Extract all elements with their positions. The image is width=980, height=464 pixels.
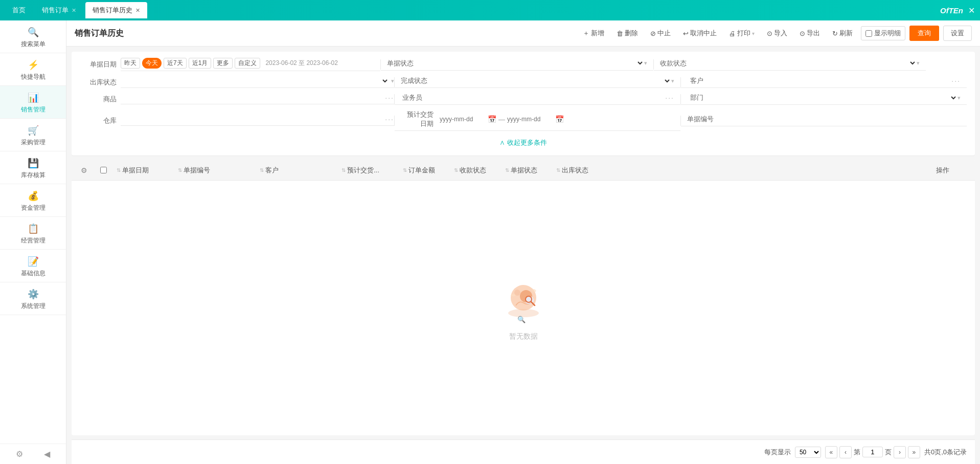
th-sort-icon-date[interactable]: ⇅ bbox=[117, 167, 121, 173]
salesperson-dots-icon[interactable]: ··· bbox=[665, 94, 674, 102]
page-prev-button[interactable]: ‹ bbox=[839, 446, 852, 458]
sidebar-item-quick-nav[interactable]: ⚡ 快捷导航 bbox=[0, 53, 66, 86]
tab-sales-order-close[interactable]: ✕ bbox=[72, 7, 76, 14]
tab-sales-order-history-label: 销售订单历史 bbox=[93, 6, 132, 15]
complete-status-select[interactable] bbox=[431, 77, 671, 85]
cancel-stop-icon: ↩ bbox=[683, 30, 689, 37]
print-chevron-icon: ▾ bbox=[752, 31, 755, 36]
page-next-button[interactable]: › bbox=[894, 446, 906, 458]
main-layout: 🔍 搜索菜单 ⚡ 快捷导航 📊 销售管理 🛒 采购管理 💾 库存核算 💰 资金管… bbox=[0, 20, 980, 464]
th-sort-icon-shipstatus[interactable]: ⇅ bbox=[556, 167, 560, 173]
stop-button[interactable]: ⊘ 中止 bbox=[646, 27, 675, 40]
date-range-text: 2023-06-02 至 2023-06-02 bbox=[265, 59, 337, 68]
page-first-button[interactable]: « bbox=[825, 446, 837, 458]
quick-nav-icon: ⚡ bbox=[28, 59, 39, 71]
page-last-button[interactable]: » bbox=[908, 446, 920, 458]
settings-button[interactable]: 设置 bbox=[943, 26, 972, 41]
date-btn-more[interactable]: 更多 bbox=[213, 58, 233, 69]
th-actions: 操作 bbox=[932, 166, 973, 175]
date-range-dash: — bbox=[498, 116, 505, 123]
page-total: 共0页,0条记录 bbox=[924, 448, 967, 457]
customer-dots-icon[interactable]: ··· bbox=[951, 77, 961, 85]
basic-info-icon: 📝 bbox=[28, 256, 39, 267]
cancel-stop-button[interactable]: ↩ 取消中止 bbox=[679, 27, 721, 40]
th-checkbox[interactable] bbox=[94, 167, 112, 173]
sidebar-item-search-menu[interactable]: 🔍 搜索菜单 bbox=[0, 20, 66, 53]
th-sort-icon-amount[interactable]: ⇅ bbox=[403, 167, 407, 173]
order-number-input[interactable] bbox=[718, 116, 961, 123]
import-button[interactable]: ⊙ 导入 bbox=[763, 27, 791, 40]
goods-dots-icon[interactable]: ··· bbox=[385, 94, 394, 102]
th-delivery-label: 预计交货... bbox=[347, 166, 379, 175]
sidebar-item-purchase-mgmt[interactable]: 🛒 采购管理 bbox=[0, 119, 66, 151]
sidebar-item-system-mgmt-label: 系统管理 bbox=[21, 302, 45, 311]
date-btn-last1month[interactable]: 近1月 bbox=[189, 58, 212, 69]
delivery-date-end-input[interactable] bbox=[507, 116, 553, 123]
sidebar-settings-icon[interactable]: ⚙ bbox=[16, 449, 23, 459]
refresh-icon: ↻ bbox=[832, 30, 838, 37]
date-btn-last7[interactable]: 近7天 bbox=[164, 58, 187, 69]
toolbar: ＋ 新增 🗑 删除 ⊘ 中止 ↩ 取消中止 🖨 打印 bbox=[579, 26, 972, 41]
print-label: 打印 bbox=[737, 29, 750, 38]
add-button[interactable]: ＋ 新增 bbox=[579, 27, 608, 40]
th-settings[interactable]: ⚙ bbox=[74, 166, 94, 174]
th-amount: ⇅ 订单金额 bbox=[399, 166, 450, 175]
tab-home[interactable]: 首页 bbox=[5, 2, 33, 18]
sidebar-item-operations-mgmt[interactable]: 📋 经营管理 bbox=[0, 217, 66, 250]
customer-filter-label: 客户 bbox=[687, 76, 708, 85]
delivery-date-start-calendar-icon[interactable]: 📅 bbox=[488, 115, 496, 123]
empty-state-text: 暂无数据 bbox=[509, 332, 538, 341]
order-status-select[interactable] bbox=[418, 59, 644, 68]
query-button[interactable]: 查询 bbox=[909, 26, 939, 41]
tab-home-label: 首页 bbox=[12, 6, 26, 15]
settings-gear-icon[interactable]: ⚙ bbox=[81, 166, 87, 174]
th-sort-icon-orderstatus[interactable]: ⇅ bbox=[505, 167, 509, 173]
delivery-date-end-calendar-icon[interactable]: 📅 bbox=[555, 115, 564, 123]
warehouse-filter-label: 仓库 bbox=[80, 116, 121, 125]
date-btn-custom[interactable]: 自定义 bbox=[235, 58, 260, 69]
sidebar-item-inventory-label: 库存核算 bbox=[21, 171, 45, 180]
th-sort-icon-delivery[interactable]: ⇅ bbox=[341, 167, 346, 173]
add-icon: ＋ bbox=[583, 29, 589, 38]
filter-row-4: 仓库 ··· 预计交货日期 📅 — 📅 单据编号 bbox=[80, 110, 967, 131]
refresh-button[interactable]: ↻ 刷新 bbox=[828, 27, 857, 40]
page-size-select[interactable]: 50 10 20 100 bbox=[795, 447, 821, 458]
th-sort-icon-ordernum[interactable]: ⇅ bbox=[178, 167, 182, 173]
display-toggle[interactable]: 显示明细 bbox=[861, 26, 905, 40]
th-receipt-status-label: 收款状态 bbox=[460, 166, 486, 175]
delivery-date-start-input[interactable] bbox=[440, 116, 486, 123]
receipt-status-select[interactable] bbox=[691, 59, 917, 68]
sidebar: 🔍 搜索菜单 ⚡ 快捷导航 📊 销售管理 🛒 采购管理 💾 库存核算 💰 资金管… bbox=[0, 20, 66, 464]
stop-icon: ⊘ bbox=[650, 30, 656, 37]
tab-sales-order-history-close[interactable]: ✕ bbox=[135, 7, 140, 14]
page-suffix: 页 bbox=[885, 448, 892, 457]
sidebar-item-sales-mgmt[interactable]: 📊 销售管理 bbox=[0, 86, 66, 119]
department-select[interactable] bbox=[708, 94, 958, 102]
sidebar-item-system-mgmt[interactable]: ⚙️ 系统管理 bbox=[0, 282, 66, 315]
sidebar-item-capital-mgmt[interactable]: 💰 资金管理 bbox=[0, 184, 66, 217]
tab-sales-order-history[interactable]: 销售订单历史 ✕ bbox=[85, 2, 147, 18]
th-sort-icon-customer[interactable]: ⇅ bbox=[260, 167, 264, 173]
print-button[interactable]: 🖨 打印 ▾ bbox=[725, 27, 759, 40]
warehouse-dots-icon[interactable]: ··· bbox=[385, 115, 394, 123]
select-all-checkbox[interactable] bbox=[100, 167, 107, 173]
page-input[interactable] bbox=[862, 447, 883, 457]
collapse-row[interactable]: ∧ 收起更多条件 bbox=[80, 136, 967, 149]
export-button[interactable]: ⊙ 导出 bbox=[795, 27, 824, 40]
ship-status-select[interactable] bbox=[121, 77, 389, 85]
window-close-icon[interactable]: ✕ bbox=[968, 6, 975, 15]
sidebar-item-basic-info[interactable]: 📝 基础信息 bbox=[0, 250, 66, 282]
display-toggle-checkbox[interactable] bbox=[865, 30, 872, 37]
th-sort-icon-receiptstatus[interactable]: ⇅ bbox=[454, 167, 458, 173]
date-btn-yesterday[interactable]: 昨天 bbox=[121, 58, 140, 69]
table-area: ⚙ ⇅ 单据日期 ⇅ 单据编号 ⇅ 客户 ⇅ bbox=[72, 160, 975, 435]
tab-sales-order[interactable]: 销售订单 ✕ bbox=[35, 2, 83, 18]
th-delivery: ⇅ 预计交货... bbox=[337, 166, 399, 175]
ship-status-filter-label: 出库状态 bbox=[80, 78, 121, 87]
sidebar-collapse-icon[interactable]: ◀ bbox=[44, 449, 50, 459]
date-btn-today[interactable]: 今天 bbox=[142, 58, 162, 69]
delete-button[interactable]: 🗑 删除 bbox=[612, 27, 642, 40]
sidebar-item-inventory[interactable]: 💾 库存核算 bbox=[0, 151, 66, 184]
department-chevron-icon: ▾ bbox=[958, 95, 961, 101]
th-date: ⇅ 单据日期 bbox=[112, 166, 174, 175]
